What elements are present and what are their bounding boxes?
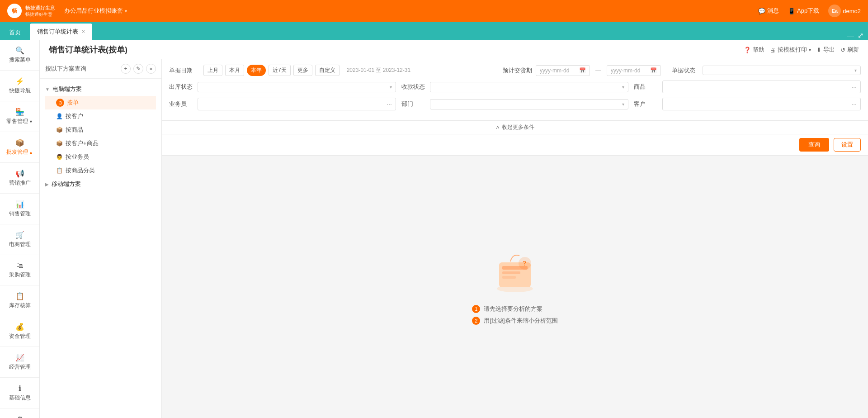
date-btn-7days[interactable]: 近7天 [269, 65, 291, 76]
empty-illustration: ? [488, 249, 542, 294]
company-selector[interactable]: 办公用品行业模拟账套 ▾ [55, 7, 758, 15]
date-btn-more[interactable]: 更多 [293, 65, 312, 76]
payment-status-select[interactable]: ▾ [430, 82, 628, 92]
ecom-icon: 🛒 [0, 231, 39, 239]
date-label: 单据日期 [169, 66, 196, 75]
wholesale-arrow-icon: ▲ [29, 150, 33, 155]
help-btn[interactable]: ❓ 帮助 [744, 46, 764, 54]
tree-child-by-order[interactable]: ⊙ 按单 [45, 96, 156, 109]
expected-date-to[interactable]: yyyy-mm-dd 📅 [607, 65, 661, 76]
goods-input[interactable]: ··· [662, 81, 861, 93]
step-2-num: 2 [472, 317, 480, 325]
tab-bar: 首页 销售订单统计表 × — ⤢ [0, 22, 868, 40]
empty-step-2: 2 用[过滤]条件来缩小分析范围 [472, 317, 557, 325]
inventory-icon: 📋 [0, 292, 39, 300]
tab-bar-actions: — ⤢ [847, 31, 868, 40]
sidebar-item-retail[interactable]: 🏪 零售管理 ▼ [0, 101, 39, 132]
dept-select[interactable]: ▾ [430, 99, 628, 109]
goods-label: 商品 [634, 83, 659, 91]
sidebar-item-search[interactable]: 🔍 搜索菜单 [0, 40, 39, 71]
sidebar-item-inventory-label: 库存核算 [0, 302, 39, 309]
sidebar-item-basic-info[interactable]: ℹ 基础信息 [0, 378, 39, 408]
status-select[interactable]: ▾ [703, 66, 861, 75]
sidebar-item-quicknav[interactable]: ⚡ 快捷导航 [0, 71, 39, 101]
collapse-bar[interactable]: ∧ 收起更多条件 [162, 121, 868, 134]
search-icon: 🔍 [0, 46, 39, 55]
sidebar-item-sales-label: 销售管理 [0, 210, 39, 218]
tree-child-by-salesperson[interactable]: 👨 按业务员 [45, 150, 156, 164]
expected-date-label: 预计交货期 [503, 66, 532, 75]
customer-input[interactable]: ··· [662, 98, 861, 110]
tab-maximize-btn[interactable]: ⤢ [858, 31, 863, 40]
goods-more-icon[interactable]: ··· [851, 83, 857, 90]
logo-text: 畅捷通好生意 畅捷通好生意 [25, 5, 55, 17]
sidebar-item-system[interactable]: ⚙ 系统管理 [0, 408, 39, 418]
date-btn-custom[interactable]: 自定义 [315, 65, 340, 76]
empty-state: ? 1 请先选择要分析的方案 2 用[过滤]条件来缩小分析范围 [162, 156, 868, 418]
template-print-label: 按模板打印 [778, 46, 807, 54]
tab-home-label: 首页 [9, 28, 21, 37]
customer-more-icon[interactable]: ··· [851, 100, 857, 108]
print-icon: 🖨 [770, 47, 776, 53]
date-btn-this-year[interactable]: 本年 [247, 65, 266, 76]
tree-child-by-order-label: 按单 [67, 99, 79, 107]
sidebar-item-purchase[interactable]: 🛍 采购管理 [0, 255, 39, 285]
app-download-btn[interactable]: 📱 App下载 [788, 7, 819, 15]
salesperson-input[interactable]: ··· [198, 98, 396, 110]
help-label: 帮助 [753, 46, 764, 54]
top-bar-right: 💬 消息 📱 App下载 Ea demo2 [758, 5, 861, 17]
sidebar-item-marketing-label: 营销推广 [0, 179, 39, 187]
tree-child-customer-product[interactable]: 📦 按客户+商品 [45, 137, 156, 150]
left-panel-header: 按以下方案查询 + ✎ « [40, 59, 161, 79]
tree-child-by-customer[interactable]: 👤 按客户 [45, 109, 156, 123]
refresh-icon: ↺ [840, 47, 845, 53]
add-scheme-btn[interactable]: + [121, 64, 131, 74]
tab-sales-order[interactable]: 销售订单统计表 × [30, 24, 92, 40]
tab-minimize-btn[interactable]: — [847, 32, 854, 40]
ship-status-label: 出库状态 [169, 83, 194, 91]
logo: 畅 畅捷通好生意 畅捷通好生意 [7, 4, 55, 18]
ship-status-cell: 出库状态 ▾ [169, 81, 396, 93]
step-2-text: 用[过滤]条件来缩小分析范围 [484, 317, 557, 325]
sidebar-item-marketing[interactable]: 📢 营销推广 [0, 163, 39, 194]
edit-icon: ✎ [136, 66, 141, 72]
collapse-panel-btn[interactable]: « [146, 64, 156, 74]
sidebar-item-ecom[interactable]: 🛒 电商管理 [0, 224, 39, 255]
wholesale-icon: 📦 [0, 138, 39, 147]
system-icon: ⚙ [0, 415, 39, 418]
tab-home[interactable]: 首页 [0, 25, 30, 40]
calendar-icon-1: 📅 [579, 67, 586, 74]
ship-status-select[interactable]: ▾ [198, 82, 396, 92]
date-btn-last-month[interactable]: 上月 [203, 65, 222, 76]
tab-close-icon[interactable]: × [82, 28, 85, 35]
operations-icon: 📈 [0, 353, 39, 362]
edit-scheme-btn[interactable]: ✎ [133, 64, 143, 74]
settings-btn[interactable]: 设置 [834, 138, 861, 152]
sidebar-item-wholesale[interactable]: 📦 批发管理 ▲ [0, 132, 39, 163]
export-btn[interactable]: ⬇ 导出 [816, 46, 835, 54]
user-profile[interactable]: Ea demo2 [828, 5, 861, 17]
salesperson-more-icon[interactable]: ··· [387, 100, 392, 108]
date-btn-this-month[interactable]: 本月 [225, 65, 244, 76]
company-name: 办公用品行业模拟账套 [64, 7, 123, 15]
date-range-display: 2023-01-01 至 2023-12-31 [347, 66, 410, 74]
refresh-btn[interactable]: ↺ 刷新 [840, 46, 859, 54]
status-chevron-icon: ▾ [854, 68, 857, 73]
tree-parent-pc[interactable]: ▼ 电脑端方案 [45, 82, 156, 96]
template-print-btn[interactable]: 🖨 按模板打印 ▾ [770, 46, 811, 54]
message-btn[interactable]: 💬 消息 [758, 7, 779, 15]
sidebar-item-operations[interactable]: 📈 经营管理 [0, 347, 39, 378]
tree-child-by-product[interactable]: 📦 按商品 [45, 123, 156, 137]
tab-active-label: 销售订单统计表 [37, 28, 78, 36]
sidebar-item-finance[interactable]: 💰 资金管理 [0, 316, 39, 347]
expected-date-from[interactable]: yyyy-mm-dd 📅 [536, 65, 590, 76]
tree-parent-mobile[interactable]: ▶ 移动端方案 [45, 177, 156, 191]
sidebar-item-ecom-label: 电商管理 [0, 241, 39, 248]
tree-child-by-category[interactable]: 📋 按商品分类 [45, 164, 156, 177]
app-icon: 📱 [788, 8, 795, 14]
dept-cell: 部门 ▾ [401, 98, 628, 110]
company-dropdown-icon[interactable]: ▾ [125, 9, 127, 14]
query-btn[interactable]: 查询 [799, 138, 829, 152]
sidebar-item-inventory[interactable]: 📋 库存核算 [0, 285, 39, 316]
sidebar-item-sales[interactable]: 📊 销售管理 [0, 194, 39, 224]
